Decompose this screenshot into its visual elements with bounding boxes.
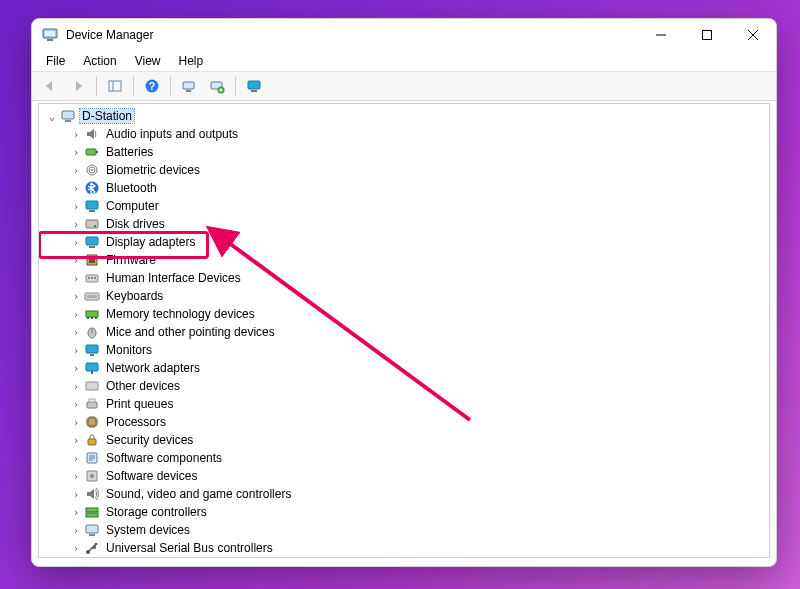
help-button[interactable]: ? bbox=[139, 74, 165, 98]
tree-category-computer[interactable]: ›Computer bbox=[40, 197, 768, 215]
printq-icon bbox=[84, 396, 100, 412]
tree-category-firmware[interactable]: ›Firmware bbox=[40, 251, 768, 269]
tree-root[interactable]: ⌄D-Station bbox=[40, 107, 768, 125]
chevron-right-icon[interactable]: › bbox=[70, 326, 82, 339]
add-legacy-hardware-button[interactable] bbox=[204, 74, 230, 98]
chevron-right-icon[interactable]: › bbox=[70, 416, 82, 429]
chevron-right-icon[interactable]: › bbox=[70, 308, 82, 321]
svg-rect-50 bbox=[89, 399, 95, 402]
show-hide-console-tree-button[interactable] bbox=[102, 74, 128, 98]
tree-category-label: Firmware bbox=[104, 253, 158, 267]
svg-rect-7 bbox=[109, 81, 121, 91]
tree-category-storage[interactable]: ›Storage controllers bbox=[40, 503, 768, 521]
svg-rect-46 bbox=[90, 354, 94, 356]
chevron-right-icon[interactable]: › bbox=[70, 470, 82, 483]
chevron-right-icon[interactable]: › bbox=[70, 506, 82, 519]
tree-category-printq[interactable]: ›Print queues bbox=[40, 395, 768, 413]
tree-category-label: Mice and other pointing devices bbox=[104, 325, 277, 339]
svg-rect-2 bbox=[47, 39, 53, 41]
svg-rect-59 bbox=[89, 534, 95, 536]
scan-hardware-button[interactable] bbox=[176, 74, 202, 98]
hid-icon bbox=[84, 270, 100, 286]
disk-icon bbox=[84, 216, 100, 232]
tree-category-keyboards[interactable]: ›Keyboards bbox=[40, 287, 768, 305]
tree-category-softcomp[interactable]: ›Software components bbox=[40, 449, 768, 467]
chevron-right-icon[interactable]: › bbox=[70, 236, 82, 249]
chevron-right-icon[interactable]: › bbox=[70, 290, 82, 303]
toolbar-separator bbox=[170, 76, 171, 96]
tree-category-sound[interactable]: ›Sound, video and game controllers bbox=[40, 485, 768, 503]
chevron-right-icon[interactable]: › bbox=[70, 524, 82, 537]
tree-category-other[interactable]: ›Other devices bbox=[40, 377, 768, 395]
chevron-right-icon[interactable]: › bbox=[70, 380, 82, 393]
tree-category-biometric[interactable]: ›Biometric devices bbox=[40, 161, 768, 179]
close-button[interactable] bbox=[730, 19, 776, 51]
tree-category-security[interactable]: ›Security devices bbox=[40, 431, 768, 449]
chevron-right-icon[interactable]: › bbox=[70, 128, 82, 141]
tree-category-display[interactable]: ›Display adapters bbox=[40, 233, 768, 251]
chevron-right-icon[interactable]: › bbox=[70, 434, 82, 447]
batteries-icon bbox=[84, 144, 100, 160]
menu-view[interactable]: View bbox=[127, 52, 169, 70]
back-button[interactable] bbox=[37, 74, 63, 98]
svg-rect-17 bbox=[62, 111, 74, 119]
caption-buttons bbox=[638, 19, 776, 51]
chevron-right-icon[interactable]: › bbox=[70, 200, 82, 213]
forward-button[interactable] bbox=[65, 74, 91, 98]
chevron-right-icon[interactable]: › bbox=[70, 254, 82, 267]
tree-category-usb[interactable]: ›Universal Serial Bus controllers bbox=[40, 539, 768, 556]
maximize-button[interactable] bbox=[684, 19, 730, 51]
chevron-right-icon[interactable]: › bbox=[70, 362, 82, 375]
svg-rect-57 bbox=[86, 513, 98, 517]
chevron-right-icon[interactable]: › bbox=[70, 452, 82, 465]
chevron-right-icon[interactable]: › bbox=[70, 272, 82, 285]
tree-category-label: Computer bbox=[104, 199, 161, 213]
tree-category-softdev[interactable]: ›Software devices bbox=[40, 467, 768, 485]
tree-category-disk[interactable]: ›Disk drives bbox=[40, 215, 768, 233]
svg-rect-47 bbox=[86, 363, 98, 371]
tree-category-hid[interactable]: ›Human Interface Devices bbox=[40, 269, 768, 287]
svg-rect-49 bbox=[87, 402, 97, 408]
chevron-right-icon[interactable]: › bbox=[70, 488, 82, 501]
memtech-icon bbox=[84, 306, 100, 322]
tree-root-label: D-Station bbox=[80, 109, 134, 123]
svg-rect-25 bbox=[86, 201, 98, 209]
chevron-right-icon[interactable]: › bbox=[70, 164, 82, 177]
tree-category-label: Bluetooth bbox=[104, 181, 159, 195]
toolbar-separator bbox=[235, 76, 236, 96]
tree-category-label: Network adapters bbox=[104, 361, 202, 375]
content-pane: ⌄D-Station›Audio inputs and outputs›Batt… bbox=[38, 103, 770, 558]
tree-category-bluetooth[interactable]: ›Bluetooth bbox=[40, 179, 768, 197]
menu-file[interactable]: File bbox=[38, 52, 73, 70]
firmware-icon bbox=[84, 252, 100, 268]
tree-category-label: Storage controllers bbox=[104, 505, 209, 519]
tree-category-sysdev[interactable]: ›System devices bbox=[40, 521, 768, 539]
titlebar: Device Manager bbox=[32, 19, 776, 51]
tree-category-label: Software components bbox=[104, 451, 224, 465]
chevron-down-icon[interactable]: ⌄ bbox=[46, 110, 58, 123]
tree-category-batteries[interactable]: ›Batteries bbox=[40, 143, 768, 161]
svg-rect-19 bbox=[86, 149, 96, 155]
minimize-button[interactable] bbox=[638, 19, 684, 51]
tree-category-processors[interactable]: ›Processors bbox=[40, 413, 768, 431]
chevron-right-icon[interactable]: › bbox=[70, 344, 82, 357]
menu-action[interactable]: Action bbox=[75, 52, 124, 70]
svg-rect-18 bbox=[65, 120, 71, 122]
svg-point-23 bbox=[91, 169, 93, 171]
tree-category-mice[interactable]: ›Mice and other pointing devices bbox=[40, 323, 768, 341]
menu-help[interactable]: Help bbox=[171, 52, 212, 70]
devices-by-type-button[interactable] bbox=[241, 74, 267, 98]
tree-category-netadapt[interactable]: ›Network adapters bbox=[40, 359, 768, 377]
chevron-right-icon[interactable]: › bbox=[70, 398, 82, 411]
svg-rect-30 bbox=[89, 246, 95, 248]
chevron-right-icon[interactable]: › bbox=[70, 182, 82, 195]
tree-category-label: Display adapters bbox=[104, 235, 197, 249]
tree-category-label: Other devices bbox=[104, 379, 182, 393]
chevron-right-icon[interactable]: › bbox=[70, 542, 82, 555]
tree-category-audio[interactable]: ›Audio inputs and outputs bbox=[40, 125, 768, 143]
tree-category-monitors[interactable]: ›Monitors bbox=[40, 341, 768, 359]
chevron-right-icon[interactable]: › bbox=[70, 218, 82, 231]
chevron-right-icon[interactable]: › bbox=[70, 146, 82, 159]
tree-category-memtech[interactable]: ›Memory technology devices bbox=[40, 305, 768, 323]
device-tree[interactable]: ⌄D-Station›Audio inputs and outputs›Batt… bbox=[40, 105, 768, 556]
